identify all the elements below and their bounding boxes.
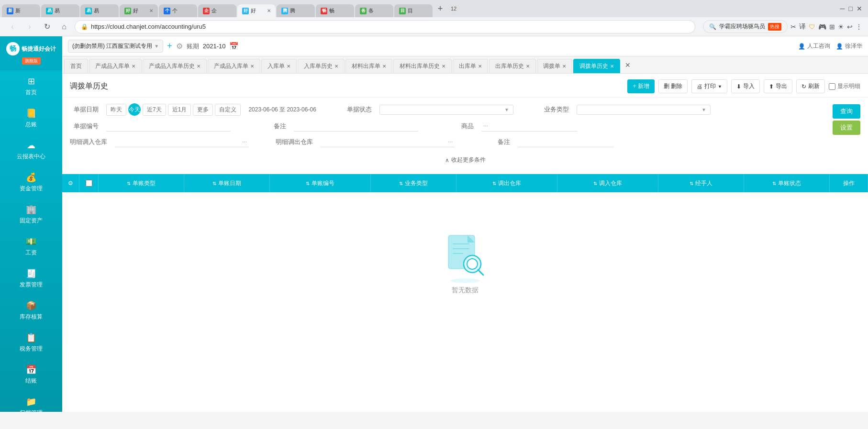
close-window-button[interactable]: ✕ (857, 5, 862, 12)
filter-settings-button[interactable]: 设置 (833, 121, 860, 135)
search-box[interactable]: 🔍 学霸应聘场驱鸟员 热搜 (703, 20, 788, 33)
th-type[interactable]: ⇅ 单账类型 (99, 174, 184, 192)
sidebar-item-ledger[interactable]: 📒 总账 (0, 102, 62, 134)
detail-in-select[interactable]: ··· (115, 136, 249, 147)
browser-tab-9[interactable]: 畅 畅 (316, 4, 354, 17)
page-tab-in-history[interactable]: 入库单历史 ✕ (298, 59, 345, 73)
browser-tab-2[interactable]: 易 易 (41, 4, 79, 17)
user-menu[interactable]: 👤 徐泽华 (836, 42, 862, 50)
th-settings[interactable]: ⚙ (62, 174, 79, 192)
print-button[interactable]: 🖨 打印 ▼ (691, 79, 727, 93)
page-tab-close-product-in[interactable]: ✕ (132, 64, 135, 69)
browser-tab-1[interactable]: 新 新 (2, 4, 40, 17)
page-tab-close-out-history[interactable]: ✕ (526, 64, 530, 69)
goods-select[interactable]: ··· (481, 121, 577, 132)
export-button[interactable]: ⬆ 导出 (764, 79, 792, 93)
tab-close-7[interactable]: ✕ (267, 8, 271, 13)
browser-tab-11[interactable]: 目 目 (394, 4, 433, 17)
th-status[interactable]: ⇅ 单账状态 (744, 174, 830, 192)
page-tab-close-transfer-history[interactable]: ✕ (610, 64, 614, 69)
forward-button[interactable]: › (23, 20, 36, 33)
th-handler[interactable]: ⇅ 经手人 (658, 174, 744, 192)
browser-tab-4[interactable]: 好 好 ✕ (120, 4, 158, 17)
last-month-btn[interactable]: 近1月 (168, 104, 191, 116)
company-selector[interactable]: (勿删勿禁用) 江西服宝测试专用 ▼ (68, 40, 163, 53)
collapse-button[interactable]: ∧ 收起更多条件 (445, 156, 486, 164)
sidebar-item-fund[interactable]: 💰 资金管理 (0, 166, 62, 198)
more-date-btn[interactable]: 更多 (193, 104, 213, 116)
page-tab-transfer[interactable]: 调拨单 ✕ (537, 59, 572, 73)
status-select[interactable]: ▼ (379, 105, 513, 115)
delete-button[interactable]: 删 删除 (658, 79, 688, 93)
th-biztype[interactable]: ⇅ 业务类型 (371, 174, 456, 192)
query-button[interactable]: 查询 (833, 104, 860, 119)
page-tab-close-product-in-history[interactable]: ✕ (197, 64, 200, 69)
page-tab-out-history[interactable]: 出库单历史 ✕ (489, 59, 536, 73)
refresh-button[interactable]: ↻ 刷新 (796, 79, 825, 93)
sidebar-item-archive[interactable]: 📁 归档管理 (0, 391, 62, 412)
sidebar-item-payroll[interactable]: 💵 工资 (0, 231, 62, 263)
import-button[interactable]: ⬇ 导入 (731, 79, 760, 93)
th-out-wh[interactable]: ⇅ 调出仓库 (456, 174, 557, 192)
biztype-select[interactable]: ▼ (577, 105, 711, 115)
browser-tab-6[interactable]: 企 企 (198, 4, 236, 17)
address-bar[interactable]: 🔒 https://cloud.chanjet.com/accounting/u… (75, 20, 695, 33)
new-button[interactable]: + 新增 (627, 79, 654, 93)
browser-tab-10[interactable]: 各 各 (355, 4, 393, 17)
page-tab-close-in-history[interactable]: ✕ (334, 64, 338, 69)
browser-tab-7[interactable]: 好 好 ✕ (237, 4, 276, 17)
select-all-checkbox[interactable] (86, 180, 92, 187)
page-tab-mat-out-history[interactable]: 材料出库单历史 ✕ (393, 59, 452, 73)
th-date[interactable]: ⇅ 单账日期 (184, 174, 270, 192)
calendar-icon[interactable]: 📅 (229, 42, 239, 51)
home-button[interactable]: ⌂ (57, 20, 71, 33)
browser-tab-5[interactable]: 个 个 (159, 4, 197, 17)
settings-cog-icon[interactable]: ⚙ (176, 42, 183, 51)
remark-input[interactable] (294, 121, 418, 132)
page-tab-product-in-2[interactable]: 产成品入库单 ✕ (208, 59, 260, 73)
today-btn[interactable]: 今天 (128, 103, 141, 116)
new-tab-button[interactable]: + (434, 2, 447, 15)
page-tab-mat-out[interactable]: 材料出库单 ✕ (345, 59, 392, 73)
sidebar-item-stock[interactable]: 📦 库存核算 (0, 295, 62, 327)
page-tab-out-order[interactable]: 出库单 ✕ (453, 59, 488, 73)
archive-icon: 📁 (26, 396, 36, 407)
last7-btn[interactable]: 近7天 (143, 104, 166, 116)
display-toggle-checkbox[interactable] (829, 83, 835, 90)
page-tab-product-in-history[interactable]: 产成品入库单历史 ✕ (143, 59, 207, 73)
th-check[interactable] (79, 174, 99, 192)
sidebar-item-cloud-report[interactable]: ☁ 云报表中心 (0, 134, 62, 166)
page-tab-close-out-order[interactable]: ✕ (478, 64, 482, 69)
page-tab-product-in[interactable]: 产成品入库单 ✕ (89, 59, 142, 73)
custom-date-btn[interactable]: 自定义 (215, 104, 241, 116)
consultant-button[interactable]: 👤 人工咨询 (798, 42, 830, 50)
maximize-button[interactable]: □ (849, 5, 853, 12)
note-input[interactable] (518, 136, 613, 147)
page-tab-close-in-order[interactable]: ✕ (287, 64, 290, 69)
yesterday-btn[interactable]: 昨天 (106, 104, 126, 116)
th-in-wh[interactable]: ⇅ 调入仓库 (557, 174, 658, 192)
page-tab-home[interactable]: 首页 (64, 59, 88, 73)
page-tab-close-mat-out[interactable]: ✕ (382, 64, 386, 69)
back-button[interactable]: ‹ (6, 20, 19, 33)
reload-button[interactable]: ↻ (40, 20, 54, 33)
sidebar-item-invoice[interactable]: 🧾 发票管理 (0, 263, 62, 295)
page-tab-close-transfer[interactable]: ✕ (562, 64, 566, 69)
page-tab-in-order[interactable]: 入库单 ✕ (261, 59, 297, 73)
tab-close-4[interactable]: ✕ (149, 8, 153, 13)
sidebar-item-close[interactable]: 📅 结账 (0, 359, 62, 391)
sidebar-item-home[interactable]: ⊞ 首页 (0, 70, 62, 102)
add-company-button[interactable]: + (167, 41, 172, 51)
minimize-button[interactable]: ─ (840, 5, 845, 12)
page-tab-close-product-in-2[interactable]: ✕ (250, 64, 254, 69)
page-tab-close-mat-out-history[interactable]: ✕ (442, 64, 445, 69)
browser-tab-3[interactable]: 易 易 (80, 4, 119, 17)
sidebar-item-tax[interactable]: 📋 税务管理 (0, 327, 62, 359)
detail-out-select[interactable]: ··· (321, 136, 455, 147)
close-all-tabs-button[interactable]: ✕ (625, 61, 631, 69)
th-number[interactable]: ⇅ 单账编号 (270, 174, 371, 192)
page-tab-transfer-history[interactable]: 调拨单历史 ✕ (573, 59, 620, 73)
number-input[interactable] (106, 121, 231, 132)
browser-tab-8[interactable]: 腾 腾 (277, 4, 315, 17)
sidebar-item-fixed-asset[interactable]: 🏢 固定资产 (0, 198, 62, 231)
